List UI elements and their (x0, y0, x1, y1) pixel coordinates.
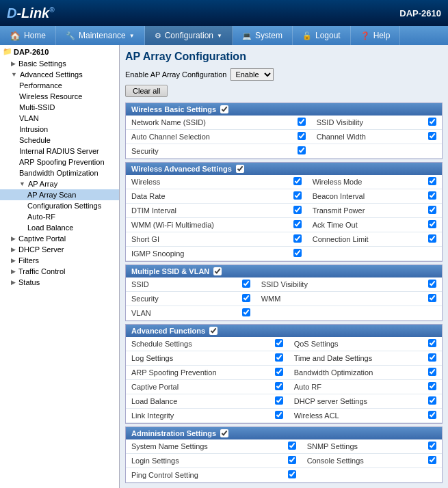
sidebar-item-traffic-control[interactable]: ▶ Traffic Control (0, 266, 119, 277)
nav-maintenance[interactable]: 🔧 Maintenance ▼ (56, 26, 145, 45)
admin-settings-table: System Name Settings SNMP Settings Login… (126, 439, 442, 483)
expand-icon: ▼ (11, 71, 17, 78)
dhcp-server-checkbox[interactable] (428, 396, 436, 405)
table-row: Log Settings Time and Date Settings (126, 351, 442, 366)
table-row: Data Rate Beacon Interval (126, 189, 442, 204)
nav-system[interactable]: 💻 System (233, 26, 293, 45)
sidebar-item-radius[interactable]: Internal RADIUS Server (0, 146, 119, 157)
enable-select[interactable]: Enable Disable (230, 68, 274, 81)
vlan-checkbox[interactable] (242, 308, 250, 316)
sidebar-item-bandwidth[interactable]: Bandwidth Optimization (0, 167, 119, 178)
multi-ssid-checkbox[interactable] (213, 267, 222, 275)
channel-width-checkbox[interactable] (428, 132, 436, 140)
security2-checkbox[interactable] (242, 294, 250, 302)
ssid-checkbox[interactable] (298, 118, 306, 126)
clear-all-button[interactable]: Clear all (125, 85, 168, 97)
table-row: Short GI Connection Limit (126, 232, 442, 247)
wireless-advanced-checkbox[interactable] (236, 165, 244, 173)
time-date-checkbox[interactable] (428, 353, 436, 362)
top-bar: D-Link® DAP-2610 (0, 0, 448, 26)
wireless-basic-title: Wireless Basic Settings (131, 105, 216, 113)
advanced-functions-checkbox[interactable] (209, 327, 218, 335)
wmm2-checkbox[interactable] (428, 294, 436, 302)
nav-logout[interactable]: 🔓 Logout (293, 26, 351, 45)
ssid-visibility-checkbox[interactable] (428, 118, 436, 126)
advanced-functions-header: Advanced Functions (126, 325, 442, 337)
nav-home[interactable]: 🏠 Home (0, 26, 56, 45)
multi-ssid-title: Multiple SSID & VLAN (131, 267, 209, 275)
sidebar-item-filters[interactable]: ▶ Filters (0, 255, 119, 266)
expand-icon: ▶ (11, 279, 16, 286)
nav-configuration[interactable]: ⚙ Configuration ▼ (145, 26, 233, 45)
sidebar-item-wireless-resource[interactable]: Wireless Resource (0, 91, 119, 102)
sidebar-item-load-balance[interactable]: Load Balance (0, 222, 119, 233)
wireless-checkbox[interactable] (293, 177, 302, 185)
sidebar-item-ap-array-scan[interactable]: AP Array Scan (0, 189, 119, 200)
beacon-interval-checkbox[interactable] (428, 191, 436, 200)
wireless-basic-checkbox[interactable] (220, 105, 228, 113)
admin-settings-checkbox[interactable] (220, 429, 228, 437)
sidebar-item-captive-portal[interactable]: ▶ Captive Portal (0, 233, 119, 244)
arp2-checkbox[interactable] (275, 368, 283, 376)
schedule-checkbox[interactable] (275, 339, 283, 347)
sidebar-item-vlan[interactable]: VLAN (0, 113, 119, 124)
console-checkbox[interactable] (428, 456, 436, 464)
wireless-acl-checkbox[interactable] (428, 411, 436, 419)
sidebar-item-auto-rf[interactable]: Auto-RF (0, 211, 119, 222)
connection-limit-checkbox[interactable] (428, 234, 436, 243)
qos-checkbox[interactable] (428, 339, 436, 347)
sidebar-item-advanced-settings[interactable]: ▼ Advanced Settings (0, 69, 119, 80)
auto-rf-checkbox[interactable] (428, 382, 436, 390)
table-row: DTIM Interval Transmit Power (126, 204, 442, 218)
short-gi-checkbox[interactable] (293, 234, 302, 243)
data-rate-checkbox[interactable] (293, 191, 302, 200)
multi-ssid-table: SSID SSID Visibility Security WMM VLAN (126, 277, 442, 321)
captive-portal2-checkbox[interactable] (275, 382, 283, 390)
wireless-basic-table: Network Name (SSID) SSID Visibility Auto… (126, 116, 442, 159)
advanced-functions-section: Advanced Functions Schedule Settings QoS… (125, 324, 443, 424)
sidebar-item-ap-array[interactable]: ▼ AP Array (0, 178, 119, 189)
sidebar-item-schedule[interactable]: Schedule (0, 135, 119, 146)
login-checkbox[interactable] (288, 456, 296, 464)
model-label: DAP-2610 (399, 8, 441, 18)
admin-settings-header: Administration Settings (126, 427, 442, 439)
security-checkbox[interactable] (298, 146, 306, 154)
link-integrity-checkbox[interactable] (275, 411, 283, 419)
ssid-visibility2-checkbox[interactable] (428, 280, 436, 288)
sysname-checkbox[interactable] (288, 442, 296, 450)
ssid2-checkbox[interactable] (242, 280, 250, 288)
sidebar-item-config-settings[interactable]: Configuration Settings (0, 200, 119, 211)
log-checkbox[interactable] (275, 353, 283, 362)
sidebar-item-intrusion[interactable]: Intrusion (0, 124, 119, 135)
ping-checkbox[interactable] (288, 470, 296, 478)
table-row: Security (126, 144, 442, 159)
expand-icon: ▶ (11, 268, 16, 275)
ack-timeout-checkbox[interactable] (428, 220, 436, 228)
igmp-checkbox[interactable] (293, 249, 302, 257)
wireless-mode-checkbox[interactable] (428, 177, 436, 185)
snmp-checkbox[interactable] (428, 442, 436, 450)
wmm-checkbox[interactable] (293, 220, 302, 228)
system-icon: 💻 (242, 31, 252, 40)
sidebar-item-performance[interactable]: Performance (0, 80, 119, 91)
logout-icon: 🔓 (302, 31, 312, 40)
load-balance2-checkbox[interactable] (275, 396, 283, 405)
table-row: Schedule Settings QoS Settings (126, 337, 442, 351)
sidebar-item-multi-ssid[interactable]: Multi-SSID (0, 102, 119, 113)
transmit-power-checkbox[interactable] (428, 206, 436, 214)
auto-channel-checkbox[interactable] (298, 132, 306, 140)
dlink-logo: D-Link® (7, 5, 55, 21)
sidebar-item-status[interactable]: ▶ Status (0, 277, 119, 288)
dtim-checkbox[interactable] (293, 206, 302, 214)
sidebar-item-dhcp-server[interactable]: ▶ DHCP Server (0, 244, 119, 255)
home-icon: 🏠 (10, 31, 21, 41)
table-row: Security WMM (126, 292, 442, 306)
table-row: Login Settings Console Settings (126, 454, 442, 468)
sidebar-item-arp[interactable]: ARP Spoofing Prevention (0, 157, 119, 167)
help-icon: ❓ (360, 31, 370, 40)
bandwidth2-checkbox[interactable] (428, 368, 436, 376)
nav-help[interactable]: ❓ Help (351, 26, 401, 45)
sidebar-item-dap2610[interactable]: 📁 DAP-2610 (0, 45, 119, 58)
sidebar-item-basic-settings[interactable]: ▶ Basic Settings (0, 58, 119, 69)
advanced-functions-table: Schedule Settings QoS Settings Log Setti… (126, 337, 442, 423)
